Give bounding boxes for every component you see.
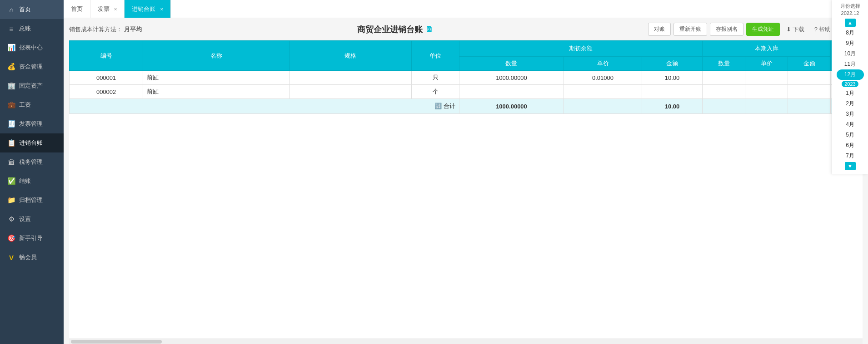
table-header-row-1: 编号 名称 规格 单位 期初余额 本期入库 数 bbox=[70, 41, 863, 57]
cell-in-amount bbox=[788, 71, 831, 85]
month-item-2023-4[interactable]: 4月 bbox=[837, 119, 864, 130]
sidebar-item-fund-management[interactable]: 💰 资金管理 bbox=[0, 57, 64, 76]
help-button[interactable]: ? 帮助 bbox=[811, 24, 834, 35]
month-item-2023-3[interactable]: 3月 bbox=[837, 109, 864, 119]
cell-opening-price bbox=[564, 85, 642, 99]
sidebar-item-tax-management[interactable]: 🏛 税务管理 bbox=[0, 152, 64, 172]
col-header-opening-amount: 金额 bbox=[642, 57, 702, 71]
month-item-12[interactable]: 12月 bbox=[837, 69, 864, 80]
home-icon: ⌂ bbox=[7, 6, 15, 14]
cell-opening-qty: 1000.00000 bbox=[459, 71, 564, 85]
sidebar-item-report-center[interactable]: 📊 报表中心 bbox=[0, 38, 64, 57]
cell-spec bbox=[289, 85, 412, 99]
sidebar-item-fixed-assets[interactable]: 🏢 固定资产 bbox=[0, 76, 64, 95]
tax-icon: 🏛 bbox=[7, 158, 15, 166]
data-table: 编号 名称 规格 单位 期初余额 本期入库 数 数量 单价 金额 数量 单价 bbox=[69, 40, 863, 114]
sidebar-item-newbie-guide[interactable]: 🎯 新手引导 bbox=[0, 229, 64, 248]
download-button[interactable]: ⬇ 下载 bbox=[783, 24, 808, 35]
month-item-8[interactable]: 8月 bbox=[837, 28, 864, 38]
info-icon[interactable]: 🖺 bbox=[425, 25, 433, 34]
cell-unit: 个 bbox=[412, 85, 459, 99]
reconcile-button[interactable]: 对账 bbox=[648, 23, 671, 36]
col-header-opening-balance: 期初余额 bbox=[459, 41, 702, 57]
month-selector-panel: 月份选择 2022.12 ▲ 8月 9月 10月 11月 12月 2023 1月… bbox=[832, 0, 868, 174]
month-item-11[interactable]: 11月 bbox=[837, 59, 864, 69]
sidebar-item-general-ledger[interactable]: ≡ 总账 bbox=[0, 19, 64, 38]
month-item-2023-6[interactable]: 6月 bbox=[837, 140, 864, 151]
horizontal-scrollbar[interactable] bbox=[69, 339, 863, 344]
sidebar-item-invoice-management[interactable]: 🧾 发票管理 bbox=[0, 114, 64, 133]
month-item-2023-1[interactable]: 1月 bbox=[837, 88, 864, 98]
sidebar-item-close-account[interactable]: ✅ 结账 bbox=[0, 172, 64, 191]
col-header-unit: 单位 bbox=[412, 41, 459, 71]
sidebar-item-label: 固定资产 bbox=[19, 82, 43, 90]
toolbar: 对账 重新开账 存报别名 生成凭证 ⬇ 下载 ? 帮助 ↻ 刷新 bbox=[648, 23, 863, 36]
month-scroll-up-button[interactable]: ▲ bbox=[845, 19, 856, 27]
cell-opening-amount: 10.00 bbox=[642, 71, 702, 85]
help-icon: ? bbox=[814, 26, 818, 33]
month-scroll-down-button[interactable]: ▼ bbox=[845, 162, 856, 170]
cell-in-qty bbox=[703, 71, 745, 85]
month-item-2023-5[interactable]: 5月 bbox=[837, 130, 864, 140]
sidebar-item-settings[interactable]: ⚙ 设置 bbox=[0, 210, 64, 229]
generate-voucher-button[interactable]: 生成凭证 bbox=[746, 23, 780, 36]
settings-icon: ⚙ bbox=[7, 215, 15, 223]
salary-icon: 💼 bbox=[7, 101, 15, 109]
cell-spec bbox=[289, 71, 412, 85]
reopen-button[interactable]: 重新开账 bbox=[673, 23, 707, 36]
sidebar-item-label: 设置 bbox=[19, 215, 31, 223]
tab-purchase-sales-ledger[interactable]: 进销台账 × bbox=[125, 0, 170, 18]
tab-purchase-sales-label: 进销台账 bbox=[132, 5, 155, 13]
col-header-spec: 规格 bbox=[289, 41, 412, 71]
col-header-opening-qty: 数量 bbox=[459, 57, 564, 71]
total-icon: 🔢 bbox=[434, 103, 442, 109]
tab-purchase-sales-close[interactable]: × bbox=[160, 6, 163, 12]
cell-name: 前缸 bbox=[143, 71, 289, 85]
scrollbar-thumb[interactable] bbox=[71, 340, 162, 344]
tab-invoice[interactable]: 发票 × bbox=[90, 0, 125, 18]
sidebar-item-vip-member[interactable]: V 畅会员 bbox=[0, 248, 64, 267]
sidebar-item-archive-management[interactable]: 📁 归档管理 bbox=[0, 191, 64, 210]
sidebar-item-label: 工资 bbox=[19, 101, 31, 109]
col-header-in-qty: 数量 bbox=[703, 57, 745, 71]
month-item-2023-7[interactable]: 7月 bbox=[837, 151, 864, 161]
tab-home[interactable]: 首页 bbox=[64, 0, 90, 18]
month-item-10[interactable]: 10月 bbox=[837, 49, 864, 59]
month-panel-title: 月份选择 bbox=[840, 3, 860, 10]
month-item-9[interactable]: 9月 bbox=[837, 38, 864, 49]
sidebar-item-label: 资金管理 bbox=[19, 63, 43, 71]
cell-opening-price: 0.01000 bbox=[564, 71, 642, 85]
sidebar-item-label: 报表中心 bbox=[19, 44, 43, 52]
cell-id: 000001 bbox=[70, 71, 143, 85]
total-opening-qty: 1000.00000 bbox=[459, 99, 564, 114]
total-label: 🔢 合计 bbox=[70, 99, 459, 114]
sidebar-item-label: 新手引导 bbox=[19, 234, 43, 242]
sidebar-item-home[interactable]: ⌂ 首页 bbox=[0, 0, 64, 19]
tab-invoice-close[interactable]: × bbox=[114, 6, 117, 12]
col-header-in-amount: 金额 bbox=[788, 57, 831, 71]
archive-icon: 📁 bbox=[7, 196, 15, 204]
month-panel-year: 2022.12 bbox=[841, 10, 859, 16]
save-alias-button[interactable]: 存报别名 bbox=[710, 23, 743, 36]
download-icon: ⬇ bbox=[786, 26, 791, 33]
sidebar-item-salary[interactable]: 💼 工资 bbox=[0, 95, 64, 114]
assets-icon: 🏢 bbox=[7, 82, 15, 90]
tab-invoice-label: 发票 bbox=[98, 5, 110, 13]
cell-in-price bbox=[745, 85, 788, 99]
close-acct-icon: ✅ bbox=[7, 177, 15, 185]
cell-in-qty bbox=[703, 85, 745, 99]
sidebar-item-purchase-sales[interactable]: 📋 进销台账 bbox=[0, 133, 64, 152]
month-item-2023-2[interactable]: 2月 bbox=[837, 98, 864, 109]
cell-opening-qty bbox=[459, 85, 564, 99]
page-title: 商贸企业进销台账 🖺 bbox=[145, 24, 644, 35]
sidebar-item-label: 结账 bbox=[19, 177, 31, 185]
tab-home-label: 首页 bbox=[71, 5, 83, 13]
sidebar-item-label: 畅会员 bbox=[19, 253, 37, 261]
cost-method-value: 月平均 bbox=[124, 26, 142, 33]
tab-bar: 首页 发票 × 进销台账 × ✕ ⛶ bbox=[64, 0, 868, 18]
table-row: 000001 前缸 只 1000.00000 0.01000 10.00 bbox=[70, 71, 863, 85]
vip-icon: V bbox=[7, 254, 15, 261]
sidebar-item-label: 首页 bbox=[19, 5, 31, 14]
total-opening-amount: 10.00 bbox=[642, 99, 702, 114]
cost-method-label: 销售成本计算方法： 月平均 bbox=[69, 25, 142, 34]
